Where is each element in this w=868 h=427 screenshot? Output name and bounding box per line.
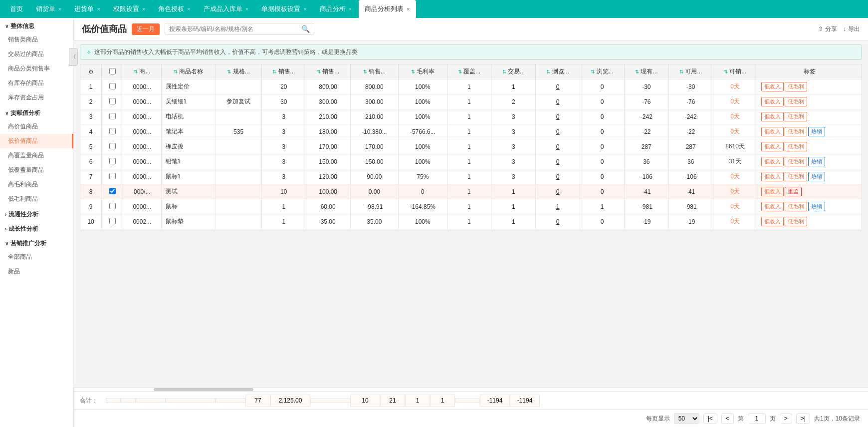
sidebar-item-high-margin[interactable]: 高毛利商品: [0, 177, 73, 192]
row-checkbox[interactable]: [109, 173, 116, 179]
col-views2[interactable]: ⇅ 浏览...: [580, 64, 625, 79]
close-product-analysis-icon[interactable]: ×: [349, 6, 352, 12]
row-checkbox[interactable]: [109, 218, 116, 224]
close-templates-icon[interactable]: ×: [303, 6, 306, 12]
views-link[interactable]: 0: [556, 83, 560, 90]
cell-views1[interactable]: 0: [536, 139, 580, 154]
filter-btn-recent[interactable]: 近一月: [132, 23, 160, 35]
search-input[interactable]: [169, 25, 301, 32]
col-trades[interactable]: ⇅ 交易...: [491, 64, 536, 79]
col-current-stock[interactable]: ⇅ 现有...: [624, 64, 668, 79]
col-code[interactable]: ⇅ 商...: [123, 64, 162, 79]
first-page-btn[interactable]: |<: [703, 414, 717, 424]
col-settings[interactable]: ⚙: [80, 64, 102, 79]
nav-stock-in[interactable]: 产成品入库单 ×: [198, 0, 254, 18]
close-purchase-icon[interactable]: ×: [97, 6, 100, 12]
cell-checkbox[interactable]: [102, 94, 123, 109]
col-coverage[interactable]: ⇅ 覆盖...: [447, 64, 491, 79]
cell-views1[interactable]: 1: [536, 199, 580, 214]
sidebar-group-circulation[interactable]: › 流通性分析: [0, 206, 73, 221]
sidebar-item-low-value[interactable]: 低价值商品: [0, 134, 73, 148]
views-link[interactable]: 0: [556, 128, 560, 135]
row-checkbox[interactable]: [109, 83, 116, 89]
cell-views1[interactable]: 0: [536, 184, 580, 199]
nav-sales[interactable]: 销货单 ×: [30, 0, 67, 18]
cell-views1[interactable]: 0: [536, 94, 580, 109]
cell-checkbox[interactable]: [102, 109, 123, 124]
sidebar-item-category-rate[interactable]: 商品分类销售率: [0, 61, 73, 76]
row-checkbox[interactable]: [109, 113, 116, 119]
close-permissions-icon[interactable]: ×: [142, 6, 145, 12]
page-input[interactable]: [748, 414, 766, 424]
select-all-checkbox[interactable]: [109, 68, 116, 74]
close-roles-icon[interactable]: ×: [187, 6, 190, 12]
nav-home[interactable]: 首页: [4, 0, 29, 18]
nav-permissions[interactable]: 权限设置 ×: [107, 0, 151, 18]
row-checkbox[interactable]: [109, 128, 116, 134]
search-icon[interactable]: 🔍: [301, 25, 310, 33]
nav-templates[interactable]: 单据模板设置 ×: [255, 0, 312, 18]
page-size-select[interactable]: 50 100: [674, 413, 699, 424]
cell-checkbox[interactable]: [102, 124, 123, 139]
sidebar-group-contribution[interactable]: ∨ 贡献值分析: [0, 105, 73, 119]
nav-purchase[interactable]: 进货单 ×: [68, 0, 106, 18]
cell-views1[interactable]: 0: [536, 109, 580, 124]
cell-checkbox[interactable]: [102, 214, 123, 229]
sidebar-item-in-stock[interactable]: 有库存的商品: [0, 76, 73, 90]
nav-product-analysis[interactable]: 商品分析 ×: [314, 0, 358, 18]
row-checkbox[interactable]: [109, 143, 116, 149]
nav-product-list[interactable]: 商品分析列表 ×: [359, 0, 416, 18]
col-checkbox[interactable]: [102, 64, 123, 79]
close-stock-in-icon[interactable]: ×: [245, 6, 248, 12]
views-link[interactable]: 0: [556, 113, 560, 120]
search-box[interactable]: 🔍: [165, 23, 314, 35]
col-sales-amount[interactable]: ⇅ 销售...: [306, 64, 350, 79]
sidebar-item-high-coverage[interactable]: 高覆盖量商品: [0, 148, 73, 163]
views-link[interactable]: 0: [556, 158, 560, 165]
close-sales-icon[interactable]: ×: [58, 6, 61, 12]
col-sales-profit[interactable]: ⇅ 销售...: [350, 64, 398, 79]
views-link[interactable]: 0: [556, 188, 560, 195]
cell-checkbox[interactable]: [102, 199, 123, 214]
row-checkbox[interactable]: [109, 188, 116, 194]
row-checkbox[interactable]: [109, 203, 116, 209]
sidebar-item-all-products[interactable]: 全部商品: [0, 250, 73, 264]
cell-checkbox[interactable]: [102, 139, 123, 154]
views-link[interactable]: 0: [556, 173, 560, 180]
col-sellable-days[interactable]: ⇅ 可销...: [713, 64, 757, 79]
scrollbar-row[interactable]: [74, 387, 868, 391]
row-checkbox[interactable]: [109, 158, 116, 164]
col-sales-qty[interactable]: ⇅ 销售...: [261, 64, 306, 79]
views-link[interactable]: 0: [556, 218, 560, 225]
sidebar-collapse-btn[interactable]: 《: [69, 48, 78, 66]
cell-checkbox[interactable]: [102, 169, 123, 184]
col-name[interactable]: ⇅ 商品名称: [161, 64, 216, 79]
col-available-stock[interactable]: ⇅ 可用...: [668, 64, 713, 79]
col-gross-margin[interactable]: ⇅ 毛利率: [399, 64, 447, 79]
sidebar-group-growth[interactable]: › 成长性分析: [0, 221, 73, 235]
cell-checkbox[interactable]: [102, 184, 123, 199]
export-btn[interactable]: ↓ 导出: [843, 25, 860, 33]
table-container[interactable]: ⚙ ⇅ 商... ⇅ 商品名称 ⇅ 规格... ⇅ 销售... ⇅ 销售... …: [80, 64, 862, 387]
next-page-btn[interactable]: >: [780, 414, 792, 424]
share-btn[interactable]: ⇧ 分享: [818, 25, 837, 33]
row-checkbox[interactable]: [109, 98, 116, 104]
sidebar-item-traded[interactable]: 交易过的商品: [0, 47, 73, 61]
sidebar-item-low-margin[interactable]: 低毛利商品: [0, 192, 73, 206]
cell-checkbox[interactable]: [102, 154, 123, 169]
prev-page-btn[interactable]: <: [721, 414, 734, 424]
nav-roles[interactable]: 角色授权 ×: [152, 0, 196, 18]
close-product-list-icon[interactable]: ×: [407, 6, 410, 12]
views-link[interactable]: 0: [556, 143, 560, 150]
cell-views1[interactable]: 0: [536, 214, 580, 229]
cell-views1[interactable]: 0: [536, 124, 580, 139]
cell-views1[interactable]: 0: [536, 169, 580, 184]
views-link[interactable]: 1: [556, 203, 560, 210]
views-link[interactable]: 0: [556, 98, 560, 105]
sidebar-item-low-coverage[interactable]: 低覆盖量商品: [0, 163, 73, 177]
sidebar-group-marketing[interactable]: ∨ 营销推广分析: [0, 235, 73, 250]
col-views1[interactable]: ⇅ 浏览...: [536, 64, 580, 79]
sidebar-item-capital[interactable]: 库存资金占用: [0, 90, 73, 105]
last-page-btn[interactable]: >|: [796, 414, 810, 424]
sidebar-group-overview[interactable]: ∨ 整体信息: [0, 18, 73, 32]
